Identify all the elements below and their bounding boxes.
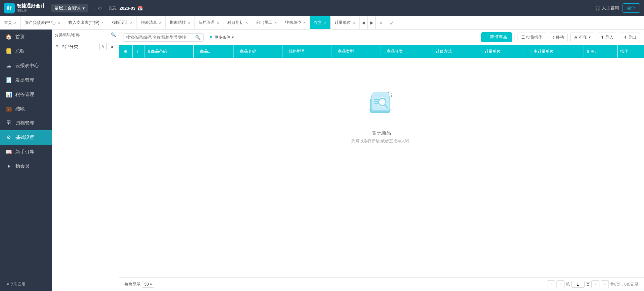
- page-size-area: 每页显示 50 ▾: [124, 281, 154, 288]
- product-search-icon[interactable]: 🔍: [195, 35, 201, 40]
- tab-subject[interactable]: 科目期初 ×: [223, 16, 252, 29]
- sidebar-item-tax[interactable]: 📊 税务管理: [0, 87, 52, 102]
- tab-inventory[interactable]: 存货 ×: [310, 16, 331, 29]
- category-search-icon[interactable]: 🔍: [111, 32, 116, 37]
- sort-icon: ⇅: [196, 50, 200, 53]
- sort-icon: ⇅: [383, 50, 387, 53]
- tab-close-archive[interactable]: ×: [217, 20, 219, 25]
- filter-button[interactable]: ▼ 更多条件 ▾: [206, 33, 236, 42]
- col-main-unit[interactable]: ⇅ 主计量单位: [527, 45, 584, 58]
- tab-next-button[interactable]: ▶: [368, 16, 376, 30]
- logo-icon: 好: [4, 3, 15, 13]
- first-page-button[interactable]: «: [547, 280, 555, 288]
- help-button[interactable]: 🎧 人工咨询: [595, 5, 619, 11]
- tab-home[interactable]: 首页 ×: [0, 16, 21, 29]
- add-product-button[interactable]: + 新增商品: [481, 32, 512, 42]
- sidebar-label-archive: 归档管理: [15, 120, 34, 126]
- sort-icon: ⇅: [432, 50, 436, 53]
- next-page-button[interactable]: ›: [591, 280, 599, 288]
- col-check[interactable]: ☐: [132, 45, 145, 58]
- col-barcode[interactable]: ⇅ 商品条码: [145, 45, 194, 58]
- product-search-input[interactable]: [126, 35, 193, 40]
- last-page-button[interactable]: »: [601, 280, 609, 288]
- col-type[interactable]: ⇅ 商品类型: [331, 45, 380, 58]
- category-search-input[interactable]: [55, 33, 109, 37]
- prev-page-button[interactable]: ‹: [556, 280, 565, 288]
- tab-close-inventory[interactable]: ×: [324, 20, 326, 25]
- sidebar-unpin-button[interactable]: ◄取消固定: [0, 277, 52, 291]
- col-category[interactable]: ⇅ 商品分类: [380, 45, 429, 58]
- category-actions: ✎ ◀: [99, 43, 115, 50]
- plus-icon[interactable]: +: [92, 5, 95, 11]
- col-main-count[interactable]: ⇅ 主计: [584, 45, 618, 58]
- category-collapse-button[interactable]: ◀: [108, 43, 115, 50]
- tab-income[interactable]: 收入支出表(年报) ×: [64, 16, 108, 29]
- tab-close-balance[interactable]: ×: [58, 20, 60, 25]
- company-selector[interactable]: 基层工会测试 ▾: [51, 4, 88, 12]
- guide-icon: 📖: [5, 149, 12, 155]
- tab-close-home[interactable]: ×: [14, 20, 16, 25]
- tab-close-all-button[interactable]: ×: [376, 16, 386, 30]
- sidebar-item-member[interactable]: ♦ 畅会员: [0, 159, 52, 173]
- tab-close-template[interactable]: ×: [130, 20, 132, 25]
- print-chevron-icon: ▾: [589, 35, 591, 40]
- tab-close-subject[interactable]: ×: [246, 20, 248, 25]
- chevron-down-icon: ▾: [232, 35, 234, 40]
- sidebar-item-cloud[interactable]: ☁ 云报表中心: [0, 58, 52, 73]
- tab-close-partner[interactable]: ×: [303, 20, 306, 25]
- settings-icon[interactable]: ⚙: [98, 6, 102, 11]
- tab-dept[interactable]: 部门员工 ×: [252, 16, 281, 29]
- per-page-select[interactable]: 50 ▾: [142, 281, 154, 288]
- col-code[interactable]: ⇅ 商品...: [194, 45, 233, 58]
- sidebar-item-home[interactable]: 🏠 首页: [0, 30, 52, 44]
- sidebar-item-settings[interactable]: ⚙ 基础设置: [0, 130, 52, 145]
- product-table-container: ⚙ ☐ ⇅ 商品条码 ⇅ 商品... ⇅ 商品名称 ⇅ 规格型号 ⇅ 商品类型 …: [119, 45, 644, 277]
- tab-unit[interactable]: 计量单位 ×: [331, 16, 360, 29]
- tab-period-end[interactable]: 期末结转 ×: [166, 16, 195, 29]
- sidebar-item-guide[interactable]: 📖 新手引导: [0, 145, 52, 159]
- account-button[interactable]: 会计: [623, 3, 640, 13]
- sort-icon: ⇅: [148, 50, 151, 53]
- headset-icon: 🎧: [595, 6, 600, 11]
- col-settings[interactable]: ⚙: [119, 45, 132, 58]
- per-page-value: 50: [144, 282, 149, 287]
- print-button[interactable]: 🖨 打印 ▾: [570, 33, 594, 42]
- import-button[interactable]: ⬆ 导入: [597, 33, 617, 42]
- tab-close-dept[interactable]: ×: [274, 20, 277, 25]
- sidebar-item-ledger[interactable]: 📒 总账: [0, 44, 52, 58]
- app-name: 畅捷通好会计: [17, 3, 45, 9]
- tab-partner[interactable]: 往来单位 ×: [281, 16, 310, 29]
- calendar-icon[interactable]: 📅: [138, 6, 143, 11]
- col-price-method[interactable]: ⇅ 计价方式: [429, 45, 478, 58]
- tab-balance[interactable]: 资产负债表(中期) ×: [21, 16, 64, 29]
- sidebar-item-archive[interactable]: 🗄 归档管理: [0, 116, 52, 130]
- tab-close-period[interactable]: ×: [188, 20, 190, 25]
- per-page-label: 每页显示: [124, 282, 141, 287]
- category-edit-button[interactable]: ✎: [99, 43, 107, 50]
- tab-expand-button[interactable]: ⤢: [386, 16, 397, 30]
- batch-operation-button[interactable]: ☰ 批量操作: [518, 33, 546, 42]
- sort-icon: ⇅: [481, 50, 485, 53]
- tab-tax[interactable]: 税表清单 ×: [137, 16, 166, 29]
- left-search-area: 🔍: [52, 30, 119, 40]
- page-number-input[interactable]: [571, 281, 585, 288]
- sidebar-label-invoice: 发票管理: [15, 77, 34, 83]
- col-unit[interactable]: ⇅ 计量单位: [478, 45, 527, 58]
- col-spec[interactable]: ⇅ 规格型号: [282, 45, 331, 58]
- tab-close-tax[interactable]: ×: [159, 20, 161, 25]
- sort-icon: ⇅: [530, 50, 534, 53]
- tab-template[interactable]: 模版设计 ×: [108, 16, 137, 29]
- tab-prev-button[interactable]: ◀: [360, 16, 368, 30]
- sort-icon: ⇅: [236, 50, 240, 53]
- tab-close-income[interactable]: ×: [101, 20, 104, 25]
- sidebar-label-guide: 新手引导: [15, 149, 34, 155]
- sidebar-item-checkout[interactable]: 💼 结账: [0, 102, 52, 116]
- tab-bar: 首页 × 资产负债表(中期) × 收入支出表(年报) × 模版设计 × 税表清单…: [0, 16, 644, 30]
- period-value: 2023-03: [119, 6, 136, 11]
- move-button[interactable]: ↕ 移动: [549, 33, 568, 42]
- col-name[interactable]: ⇅ 商品名称: [233, 45, 282, 58]
- tab-close-unit[interactable]: ×: [353, 20, 355, 25]
- tab-archive[interactable]: 归档管理 ×: [195, 16, 223, 29]
- sidebar-item-invoice[interactable]: 🧾 发票管理: [0, 73, 52, 87]
- export-button[interactable]: ⬇ 导出: [620, 33, 640, 42]
